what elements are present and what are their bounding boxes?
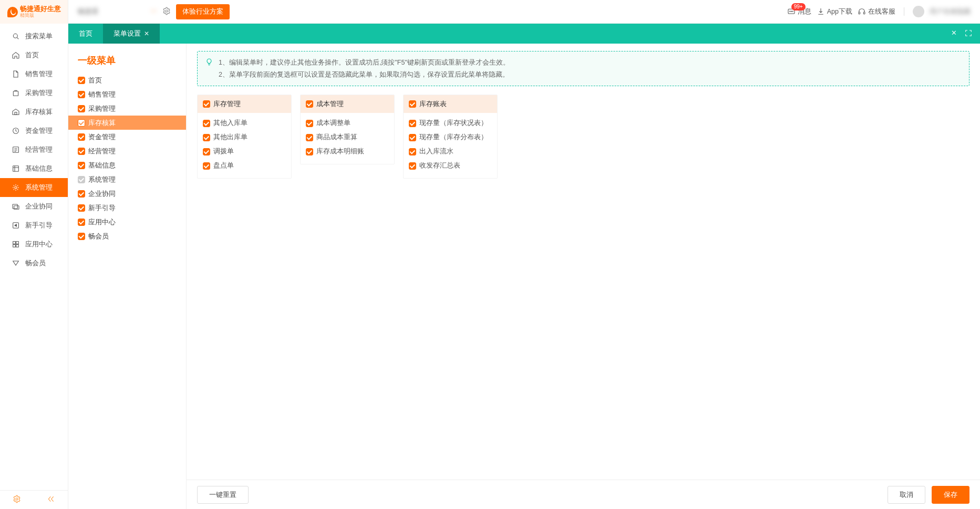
level1-item-9[interactable]: 新手引导 <box>68 201 186 215</box>
svg-rect-1 <box>13 91 18 96</box>
checkbox-icon[interactable] <box>203 162 210 170</box>
sidebar-item-4[interactable]: 库存核算 <box>0 102 68 121</box>
card-item-label: 现存量（库存分布表） <box>419 133 488 142</box>
level1-item-1[interactable]: 销售管理 <box>68 87 186 101</box>
save-button[interactable]: 保存 <box>932 486 969 504</box>
sidebar-item-12[interactable]: 畅会员 <box>0 254 68 273</box>
sidebar-item-7[interactable]: 基础信息 <box>0 159 68 178</box>
level1-item-7[interactable]: 系统管理 <box>68 172 186 186</box>
level1-item-4[interactable]: 资金管理 <box>68 130 186 144</box>
level1-item-11[interactable]: 畅会员 <box>68 229 186 243</box>
tabs-close-all-icon[interactable]: ✕ <box>951 29 957 39</box>
level1-item-0[interactable]: 首页 <box>68 73 186 87</box>
checkbox-icon[interactable] <box>203 148 210 155</box>
collapse-icon[interactable] <box>47 495 55 505</box>
sidebar-icon-2 <box>12 70 20 78</box>
sidebar-item-8[interactable]: 系统管理 <box>0 178 68 197</box>
avatar[interactable] <box>913 6 924 17</box>
checkbox-icon[interactable] <box>78 119 85 127</box>
card-item-label: 出入库流水 <box>419 147 453 156</box>
sidebar-item-3[interactable]: 采购管理 <box>0 84 68 102</box>
checkbox-icon[interactable] <box>78 148 85 155</box>
card-item[interactable]: 现存量（库存分布表） <box>409 130 492 144</box>
sidebar-item-5[interactable]: 资金管理 <box>0 121 68 140</box>
sidebar-icon-4 <box>12 108 20 116</box>
checkbox-icon[interactable] <box>409 120 416 127</box>
download-icon <box>817 7 825 16</box>
checkbox-icon[interactable] <box>306 134 313 141</box>
checkbox-icon[interactable] <box>78 219 85 226</box>
checkbox-icon[interactable] <box>203 134 210 141</box>
checkbox-icon[interactable] <box>78 105 85 112</box>
checkbox-icon[interactable] <box>409 162 416 170</box>
card-head[interactable]: 库存管理 <box>198 95 291 113</box>
card-item[interactable]: 盘点单 <box>203 159 286 173</box>
checkbox-icon[interactable] <box>78 162 85 169</box>
level1-item-6[interactable]: 基础信息 <box>68 158 186 172</box>
checkbox-icon[interactable] <box>409 148 416 155</box>
checkbox-icon[interactable] <box>409 100 416 108</box>
online-service-link[interactable]: 在线客服 <box>858 7 895 16</box>
card-item[interactable]: 商品成本重算 <box>306 130 389 144</box>
level1-item-10[interactable]: 应用中心 <box>68 215 186 229</box>
sidebar-icon-11 <box>12 240 20 248</box>
sidebar-item-1[interactable]: 首页 <box>0 46 68 65</box>
tab-home-label: 首页 <box>79 29 92 38</box>
card-item[interactable]: 调拨单 <box>203 144 286 159</box>
card-head[interactable]: 成本管理 <box>301 95 394 113</box>
checkbox-icon[interactable] <box>306 120 313 127</box>
sidebar-icon-10 <box>12 221 20 230</box>
messages-link[interactable]: 99+ 消息 <box>787 7 811 16</box>
sidebar-item-10[interactable]: 新手引导 <box>0 216 68 235</box>
cancel-button[interactable]: 取消 <box>888 486 925 504</box>
checkbox-icon[interactable] <box>78 133 85 141</box>
tab-menu-settings[interactable]: 菜单设置 ✕ <box>103 24 160 44</box>
level1-item-8[interactable]: 企业协同 <box>68 186 186 201</box>
level1-item-label: 企业协同 <box>88 189 116 199</box>
checkbox-icon[interactable] <box>203 120 210 127</box>
sidebar-item-9[interactable]: 企业协同 <box>0 197 68 216</box>
sidebar-item-label: 库存核算 <box>25 107 53 117</box>
sidebar-item-0[interactable]: 搜索菜单 <box>0 27 68 46</box>
app-download-link[interactable]: App下载 <box>817 7 852 16</box>
card-item[interactable]: 库存成本明细账 <box>306 144 389 159</box>
level1-panel: 一级菜单 首页销售管理采购管理库存核算资金管理经营管理基础信息系统管理企业协同新… <box>68 44 187 509</box>
card-item-label: 调拨单 <box>213 147 234 156</box>
sidebar-item-6[interactable]: 经营管理 <box>0 140 68 159</box>
card-head[interactable]: 库存账表 <box>404 95 497 113</box>
card-item[interactable]: 出入库流水 <box>409 144 492 159</box>
checkbox-icon[interactable] <box>78 77 85 84</box>
tabs-fullscreen-icon[interactable] <box>964 29 973 39</box>
reset-button[interactable]: 一键重置 <box>197 486 249 504</box>
level1-title: 一级菜单 <box>68 54 186 73</box>
card-item[interactable]: 其他出库单 <box>203 130 286 144</box>
tab-close-icon[interactable]: ✕ <box>144 30 149 37</box>
settings-icon[interactable] <box>13 495 21 505</box>
checkbox-icon[interactable] <box>78 176 85 183</box>
org-selector[interactable]: 畅捷通 ﹀ <box>78 7 157 16</box>
checkbox-icon[interactable] <box>78 91 85 98</box>
sidebar-item-label: 企业协同 <box>25 202 53 211</box>
card-item-label: 库存成本明细账 <box>316 147 364 156</box>
checkbox-icon[interactable] <box>306 148 313 155</box>
checkbox-icon[interactable] <box>78 204 85 212</box>
sidebar-item-2[interactable]: 销售管理 <box>0 65 68 84</box>
card-item[interactable]: 其他入库单 <box>203 116 286 130</box>
checkbox-icon[interactable] <box>78 190 85 198</box>
card-item[interactable]: 收发存汇总表 <box>409 159 492 173</box>
promo-button[interactable]: 体验行业方案 <box>176 4 230 19</box>
level1-item-3[interactable]: 库存核算 <box>68 116 186 130</box>
checkbox-icon[interactable] <box>409 134 416 141</box>
top-gear-icon[interactable] <box>162 7 171 17</box>
level1-item-label: 应用中心 <box>88 217 116 227</box>
sidebar-item-11[interactable]: 应用中心 <box>0 235 68 254</box>
card-item[interactable]: 成本调整单 <box>306 116 389 130</box>
checkbox-icon[interactable] <box>203 100 210 108</box>
level1-item-2[interactable]: 采购管理 <box>68 101 186 116</box>
checkbox-icon[interactable] <box>306 100 313 108</box>
card-item[interactable]: 现存量（库存状况表） <box>409 116 492 130</box>
checkbox-icon[interactable] <box>78 233 85 240</box>
tab-home[interactable]: 首页 <box>68 24 103 44</box>
card-title: 库存账表 <box>419 99 447 109</box>
level1-item-5[interactable]: 经营管理 <box>68 144 186 158</box>
